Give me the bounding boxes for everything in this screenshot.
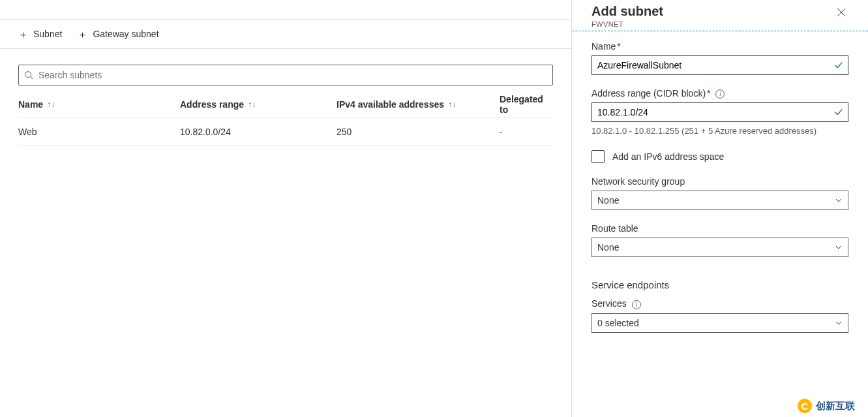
search-box-container: [18, 65, 553, 85]
valid-check-icon: [834, 108, 843, 117]
add-gateway-label: Gateway subnet: [93, 29, 158, 39]
name-field-label: Name*: [591, 41, 848, 52]
name-label-text: Name: [591, 41, 616, 52]
required-asterisk: *: [617, 41, 620, 52]
cell-range: 10.82.0.0/24: [180, 127, 337, 137]
close-icon: [837, 8, 846, 17]
topbar-placeholder: [0, 0, 571, 20]
svg-line-1: [31, 77, 33, 80]
sort-icon: ↑↓: [47, 100, 55, 109]
column-header-name[interactable]: Name ↑↓: [18, 99, 180, 110]
info-icon[interactable]: i: [715, 89, 725, 99]
cidr-input[interactable]: [591, 102, 848, 122]
subnets-table: Name ↑↓ Address range ↑↓ IPv4 available …: [0, 91, 571, 146]
cell-name: Web: [18, 127, 180, 137]
nsg-select-value: None: [597, 195, 619, 206]
add-subnet-panel: Add subnet FWVNET Name* Address: [571, 0, 868, 417]
search-icon: [24, 70, 33, 80]
toolbar: ＋ Subnet ＋ Gateway subnet: [0, 20, 571, 49]
services-select[interactable]: 0 selected: [591, 313, 848, 333]
add-subnet-button[interactable]: ＋ Subnet: [18, 29, 62, 39]
route-table-select[interactable]: None: [591, 238, 848, 257]
cell-delegated: -: [500, 127, 553, 137]
required-asterisk: *: [707, 88, 710, 99]
watermark-text: 创新互联: [816, 400, 855, 412]
valid-check-icon: [834, 61, 843, 70]
ipv6-checkbox-label: Add an IPv6 address space: [612, 151, 724, 162]
chevron-down-icon: [835, 243, 843, 251]
plus-icon: ＋: [78, 29, 87, 39]
sort-icon: ↑↓: [248, 100, 256, 109]
route-select-value: None: [597, 242, 619, 253]
panel-title: Add subnet: [591, 4, 663, 19]
cidr-label-text: Address range (CIDR block): [591, 88, 706, 99]
watermark-icon: C: [798, 399, 812, 413]
cidr-field-label: Address range (CIDR block)* i: [591, 88, 848, 99]
svg-point-0: [25, 72, 31, 78]
ipv6-checkbox[interactable]: [591, 150, 605, 163]
watermark: C 创新互联: [798, 399, 855, 413]
service-endpoints-title: Service endpoints: [591, 279, 848, 290]
column-header-delegated[interactable]: Delegated to: [500, 94, 553, 115]
column-header-delegated-label: Delegated to: [500, 94, 545, 115]
add-gateway-subnet-button[interactable]: ＋ Gateway subnet: [78, 29, 158, 39]
name-input[interactable]: [591, 55, 848, 75]
column-header-name-label: Name: [18, 99, 43, 110]
cidr-hint: 10.82.1.0 - 10.82.1.255 (251 + 5 Azure r…: [591, 126, 848, 136]
table-row[interactable]: Web 10.82.0.0/24 250 -: [18, 118, 553, 146]
close-button[interactable]: [834, 5, 848, 20]
search-input[interactable]: [37, 69, 547, 81]
column-header-ipv4[interactable]: IPv4 available addresses ↑↓: [337, 99, 500, 110]
panel-divider: [572, 31, 868, 31]
plus-icon: ＋: [18, 29, 28, 39]
route-field-label: Route table: [591, 223, 848, 234]
services-field-label: Services i: [591, 298, 848, 309]
ipv6-checkbox-row: Add an IPv6 address space: [591, 150, 848, 163]
services-select-value: 0 selected: [597, 318, 639, 328]
services-label-text: Services: [591, 298, 627, 309]
column-header-range[interactable]: Address range ↑↓: [180, 99, 337, 110]
nsg-field-label: Network security group: [591, 176, 848, 187]
info-icon[interactable]: i: [632, 300, 641, 309]
nsg-select[interactable]: None: [591, 191, 848, 210]
table-header-row: Name ↑↓ Address range ↑↓ IPv4 available …: [18, 91, 553, 118]
cell-ipv4: 250: [337, 127, 500, 137]
chevron-down-icon: [835, 196, 843, 204]
column-header-range-label: Address range: [180, 99, 244, 110]
sort-icon: ↑↓: [448, 100, 456, 109]
column-header-ipv4-label: IPv4 available addresses: [337, 99, 444, 110]
main-area: ＋ Subnet ＋ Gateway subnet Name ↑↓ Addres…: [0, 0, 571, 417]
add-subnet-label: Subnet: [33, 29, 62, 39]
chevron-down-icon: [835, 319, 843, 327]
panel-subtitle: FWVNET: [591, 20, 663, 28]
